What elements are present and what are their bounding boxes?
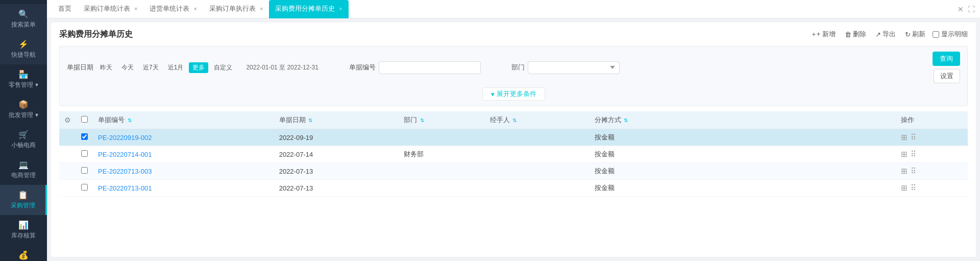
- view-icon[interactable]: ⊞: [901, 133, 908, 142]
- export-icon: ↗: [875, 31, 881, 38]
- sort-icon-dept[interactable]: ⇅: [420, 117, 424, 123]
- tab-goods-in-stats[interactable]: 进货单统计表 ×: [143, 0, 203, 18]
- sidebar-item-quick-nav[interactable]: ⚡ 快捷导航: [0, 34, 47, 64]
- col-bill-no: 单据编号 ⇅: [93, 111, 274, 129]
- bill-no-link[interactable]: PE-20220919-002: [98, 134, 152, 141]
- row-checkbox-cell: [76, 180, 93, 197]
- date-btn-custom[interactable]: 自定义: [210, 62, 236, 74]
- tab-bar-right: ✕ ⛶: [958, 5, 975, 13]
- sort-icon-method[interactable]: ⇅: [624, 117, 628, 123]
- more-icon[interactable]: ⠿: [911, 150, 916, 159]
- sidebar-item-search[interactable]: 🔍 搜索菜单: [0, 4, 47, 34]
- row-date: 2022-07-14: [274, 146, 399, 163]
- col-handler-label: 经手人: [490, 116, 510, 124]
- sidebar-item-purchase[interactable]: 📋 采购管理: [0, 185, 47, 215]
- ecommerce-icon: 💻: [2, 160, 45, 170]
- view-icon[interactable]: ⊞: [901, 150, 908, 159]
- tab-close-goods-in-stats[interactable]: ×: [193, 6, 197, 12]
- row-method: 按金额: [590, 146, 896, 163]
- row-method: 按金额: [590, 180, 896, 197]
- export-button[interactable]: ↗ 导出: [873, 29, 898, 40]
- more-icon[interactable]: ⠿: [911, 183, 916, 193]
- row-checkbox[interactable]: [81, 167, 88, 174]
- expand-filter-button[interactable]: ▾ 展开更多条件: [482, 87, 545, 101]
- dept-select[interactable]: 财务部: [528, 61, 620, 74]
- sidebar-item-mini-shop[interactable]: 🛒 小畅电商: [0, 125, 47, 155]
- row-dept: 财务部: [399, 146, 484, 163]
- table-row: PE-20220714-001 2022-07-14 财务部 按金额 ⊞ ⠿: [59, 146, 968, 163]
- more-icon[interactable]: ⠿: [911, 133, 916, 142]
- tab-purchase-order-exec[interactable]: 采购订单执行表 ×: [203, 0, 269, 18]
- date-quick-btns: 昨天 今天 近7天 近1月 更多 自定义: [96, 62, 236, 74]
- col-date-label: 单据日期: [279, 116, 306, 124]
- refresh-button[interactable]: ↻ 刷新: [903, 29, 927, 40]
- more-icon[interactable]: ⠿: [911, 167, 916, 176]
- close-window-icon[interactable]: ✕: [958, 5, 964, 13]
- col-date: 单据日期 ⇅: [274, 111, 399, 129]
- filter-row-1: 单据日期 昨天 今天 近7天 近1月 更多 自定义 2022-01-01 至 2…: [67, 52, 960, 83]
- add-button[interactable]: ＋ + 新增: [808, 29, 838, 40]
- sidebar-item-inventory[interactable]: 📊 库存核算: [0, 215, 47, 245]
- row-checkbox[interactable]: [81, 133, 88, 140]
- setting-button[interactable]: 设置: [934, 69, 960, 83]
- search-button[interactable]: 查询: [933, 52, 960, 66]
- page-title: 采购费用分摊单历史: [59, 29, 133, 40]
- sidebar: 🔍 搜索菜单 ⚡ 快捷导航 🏪 零售管理 ▾ 📦 批发管理 ▾ 🛒 小畅电商 💻…: [0, 0, 47, 261]
- settings-gear-icon[interactable]: ⚙: [64, 116, 71, 124]
- delete-button[interactable]: 🗑 删除: [843, 29, 868, 40]
- tab-home[interactable]: 首页: [52, 0, 78, 18]
- tab-close-purchase-fee-history[interactable]: ×: [339, 6, 342, 12]
- sidebar-item-ecommerce[interactable]: 💻 电商管理: [0, 155, 47, 185]
- row-settings-cell: [59, 180, 76, 197]
- tab-purchase-order-stats[interactable]: 采购订单统计表 ×: [78, 0, 143, 18]
- row-dept: [399, 163, 484, 180]
- view-icon[interactable]: ⊞: [901, 167, 908, 176]
- purchase-icon: 📋: [2, 190, 43, 200]
- sort-icon-date[interactable]: ⇅: [308, 117, 312, 123]
- bill-no-link[interactable]: PE-20220713-001: [98, 184, 152, 192]
- dept-label: 部门: [511, 63, 525, 72]
- row-checkbox[interactable]: [81, 184, 88, 191]
- sort-icon-handler[interactable]: ⇅: [512, 117, 517, 123]
- show-detail-checkbox[interactable]: [933, 31, 939, 38]
- delete-icon: 🗑: [845, 31, 851, 38]
- finance-icon: 💰: [2, 250, 45, 260]
- col-action: 操作: [896, 111, 968, 129]
- row-date: 2022-07-13: [274, 163, 399, 180]
- row-date: 2022-07-13: [274, 180, 399, 197]
- view-icon[interactable]: ⊞: [901, 183, 908, 193]
- date-range-wrap: 2022-01-01 至 2022-12-31: [246, 63, 318, 72]
- sidebar-item-wholesale[interactable]: 📦 批发管理 ▾: [0, 94, 47, 125]
- row-checkbox[interactable]: [81, 150, 88, 157]
- row-action: ⊞ ⠿: [896, 146, 968, 163]
- row-settings-cell: [59, 146, 76, 163]
- sort-icon-bill-no[interactable]: ⇅: [128, 117, 132, 123]
- expand-window-icon[interactable]: ⛶: [968, 5, 975, 13]
- col-dept-label: 部门: [404, 116, 417, 124]
- date-btn-today[interactable]: 今天: [118, 62, 137, 74]
- sidebar-item-retail[interactable]: 🏪 零售管理 ▾: [0, 64, 47, 94]
- tab-close-purchase-order-exec[interactable]: ×: [260, 6, 263, 12]
- filter-area: 单据日期 昨天 今天 近7天 近1月 更多 自定义 2022-01-01 至 2…: [59, 46, 968, 106]
- bill-no-link[interactable]: PE-20220714-001: [98, 151, 152, 158]
- row-handler: [485, 163, 590, 180]
- tab-close-purchase-order-stats[interactable]: ×: [134, 6, 137, 12]
- refresh-icon: ↻: [905, 31, 911, 38]
- date-btn-1month[interactable]: 近1月: [164, 62, 187, 74]
- bill-no-link[interactable]: PE-20220713-003: [98, 168, 152, 175]
- table-row: PE-20220919-002 2022-09-19 按金额 ⊞ ⠿: [59, 129, 968, 146]
- sidebar-item-finance[interactable]: 💰 资金管理: [0, 245, 47, 261]
- row-date: 2022-09-19: [274, 129, 399, 146]
- date-btn-more[interactable]: 更多: [189, 62, 208, 73]
- tab-purchase-fee-history[interactable]: 采购费用分摊单历史 ×: [269, 0, 348, 18]
- filter-actions: 查询 设置: [933, 52, 960, 83]
- date-btn-7days[interactable]: 近7天: [139, 62, 162, 74]
- select-all-checkbox[interactable]: [81, 116, 88, 123]
- wholesale-icon: 📦: [2, 100, 45, 109]
- row-action: ⊞ ⠿: [896, 129, 968, 146]
- bill-no-input[interactable]: [379, 61, 481, 74]
- date-btn-yesterday[interactable]: 昨天: [96, 62, 116, 74]
- page-header: 采购费用分摊单历史 ＋ + 新增 🗑 删除 ↗ 导出 ↻ 刷新: [59, 29, 968, 40]
- row-dept: [399, 129, 484, 146]
- row-settings-cell: [59, 129, 76, 146]
